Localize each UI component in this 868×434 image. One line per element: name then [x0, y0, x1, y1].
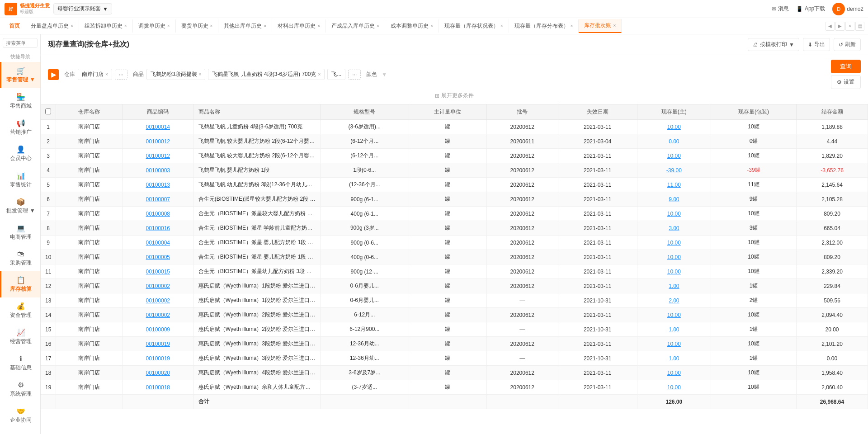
cell-qty-main[interactable]: 10.00 — [637, 250, 711, 264]
product-remove-icon-2[interactable]: × — [318, 72, 321, 77]
cell-unit: 罐 — [409, 279, 486, 293]
cell-code: 00100012 — [122, 134, 193, 149]
nav-close-btn[interactable]: × — [845, 22, 854, 31]
cell-qty-main[interactable]: 10.00 — [637, 337, 711, 351]
cell-qty-main[interactable]: 10.00 — [637, 207, 711, 221]
product-more-btn[interactable]: ··· — [348, 70, 361, 80]
select-all-checkbox[interactable] — [45, 108, 51, 114]
product-tag-1[interactable]: 飞鹤奶粉3段两提装 × — [146, 69, 206, 80]
search-input[interactable] — [3, 38, 38, 48]
th-code: 商品编码 — [122, 104, 193, 120]
sidebar-item-system[interactable]: ⚙ 系统管理 — [0, 376, 40, 402]
close-icon[interactable]: × — [430, 24, 433, 28]
close-icon[interactable]: × — [377, 24, 379, 28]
cell-qty-main[interactable]: 10.00 — [637, 236, 711, 250]
settings-btn[interactable]: ⚙ 设置 — [831, 75, 861, 89]
cell-qty-main[interactable]: 10.00 — [637, 149, 711, 163]
cell-qty-main[interactable]: 11.00 — [637, 178, 711, 192]
close-icon[interactable]: × — [124, 24, 127, 28]
close-icon[interactable]: × — [264, 24, 266, 28]
cell-expire: 2021-10-31 — [558, 351, 637, 366]
cell-code: 00100002 — [122, 293, 193, 308]
cell-qty-main[interactable]: 9.00 — [637, 192, 711, 207]
close-icon[interactable]: × — [571, 24, 573, 28]
cell-qty-main[interactable]: 1.00 — [637, 279, 711, 293]
sidebar-item-newguide[interactable]: 🎓 新手引导 — [0, 429, 40, 434]
tab-qitachu[interactable]: 其他出库单历史 × — [218, 19, 272, 33]
sidebar-item-retail-stats[interactable]: 📊 零售统计 — [0, 167, 40, 193]
cell-qty-main[interactable]: 10.00 — [637, 308, 711, 322]
sidebar-item-mall[interactable]: 🏪 零售商城 — [0, 88, 40, 114]
sidebar-item-operations[interactable]: 📈 经营管理 — [0, 324, 40, 350]
cell-qty-main[interactable]: -39.00 — [637, 163, 711, 178]
close-icon[interactable]: × — [71, 24, 73, 28]
user-avatar-area[interactable]: D demo2 — [832, 3, 863, 15]
th-checkbox[interactable] — [41, 104, 56, 120]
cell-qty-main[interactable]: 10.00 — [637, 366, 711, 380]
table-container: 仓库名称 商品编码 商品名称 规格型号 主计量单位 批号 失效日期 现存量(主)… — [41, 104, 868, 434]
tab-home[interactable]: 首页 — [4, 19, 25, 33]
expand-more-btn[interactable]: ⊞ 展开更多条件 — [48, 92, 861, 99]
cell-qty-pkg: 10罐 — [711, 236, 797, 250]
sidebar-item-finance[interactable]: 💰 资金管理 — [0, 297, 40, 324]
sidebar-item-collab[interactable]: 🤝 企业协同 — [0, 402, 40, 429]
search-btn[interactable]: 查询 — [831, 60, 861, 73]
quick-nav-label[interactable]: 快捷导航 — [0, 52, 40, 62]
cell-qty-main[interactable]: 0.00 — [637, 134, 711, 149]
tab-chancheng[interactable]: 产成品入库单历史 × — [326, 19, 385, 33]
product-tag-2[interactable]: 飞鹤星飞帆 儿童奶粉 4段(3-6岁适用) 700克 × — [208, 69, 325, 80]
tab-fenliang[interactable]: 分量盘点单历史 × — [25, 19, 79, 33]
cell-qty-main[interactable]: 10.00 — [637, 264, 711, 279]
tab-chengben[interactable]: 成本调整单历史 × — [385, 19, 439, 33]
close-icon[interactable]: × — [317, 24, 320, 28]
nav-right-arrow[interactable]: ▶ — [835, 22, 844, 31]
cell-qty-main[interactable]: 10.00 — [637, 380, 711, 395]
close-icon[interactable]: × — [613, 23, 616, 28]
filter-area: ▶ 仓库 南岸门店 × ··· 商品 飞鹤奶粉3段两提装 × — [41, 55, 868, 104]
tab-kucun-pici[interactable]: 库存批次账 × — [579, 19, 622, 33]
product-tag-more[interactable]: 飞... — [327, 69, 345, 80]
cell-amount: 2,101.20 — [797, 337, 868, 351]
warehouse-tag[interactable]: 南岸门店 × — [78, 69, 112, 80]
sidebar-item-ecommerce[interactable]: 💻 电商管理 — [0, 219, 40, 245]
cell-qty-main[interactable]: 2.00 — [637, 293, 711, 308]
tab-xiancunl-dist[interactable]: 现存量（库存分布表） × — [509, 19, 579, 33]
operations-icon: 📈 — [5, 328, 37, 337]
tab-yaohuo[interactable]: 要货单历史 × — [176, 19, 219, 33]
sidebar-item-basics[interactable]: ℹ 基础信息 — [0, 350, 40, 376]
nav-menu-btn[interactable]: ▤ — [855, 22, 864, 31]
product-remove-icon-1[interactable]: × — [199, 72, 202, 77]
refresh-btn[interactable]: ↺ 刷新 — [834, 38, 861, 51]
app-download-btn[interactable]: 📱 App下载 — [796, 5, 825, 13]
tab-cailiaochu[interactable]: 材料出库单历史 × — [272, 19, 326, 33]
sidebar-item-inventory[interactable]: 📋 库存核算 — [0, 271, 40, 297]
company-selector[interactable]: 母婴行业演示账套 ▼ — [53, 3, 112, 14]
cell-qty-pkg: 10罐 — [711, 264, 797, 279]
cell-code: 00100002 — [122, 308, 193, 322]
close-icon[interactable]: × — [210, 24, 213, 28]
warehouse-remove-icon[interactable]: × — [105, 72, 108, 77]
close-icon[interactable]: × — [167, 24, 170, 28]
message-btn[interactable]: ✉ 消息 — [772, 5, 789, 13]
cell-qty-main[interactable]: 10.00 — [637, 120, 711, 134]
sidebar-item-member[interactable]: 👤 会员中心 — [0, 141, 40, 167]
expand-toggle-btn[interactable]: ▶ — [48, 69, 59, 80]
cell-num: 15 — [41, 322, 56, 337]
color-expand-icon[interactable]: ▼ — [382, 71, 387, 78]
template-print-btn[interactable]: 🖨 按模板打印 ▼ — [748, 38, 799, 51]
sidebar-item-purchase[interactable]: 🛍 采购管理 — [0, 245, 40, 271]
tab-xiancunl-status[interactable]: 现存量（库存状况表） × — [439, 19, 509, 33]
cell-qty-main[interactable]: 1.00 — [637, 351, 711, 366]
cell-qty-main[interactable]: 3.00 — [637, 221, 711, 236]
nav-left-arrow[interactable]: ◀ — [826, 22, 835, 31]
sidebar-item-marketing[interactable]: 📢 营销推广 — [0, 114, 40, 141]
phone-icon: 📱 — [796, 6, 803, 12]
warehouse-more-btn[interactable]: ··· — [115, 70, 127, 80]
sidebar-item-retail[interactable]: 🛒 零售管理 ▼ — [0, 62, 40, 88]
tab-diaob[interactable]: 调拨单历史 × — [133, 19, 176, 33]
tab-zuzhuang[interactable]: 组装拆卸单历史 × — [79, 19, 133, 33]
sidebar-item-wholesale[interactable]: 📦 批发管理 ▼ — [0, 193, 40, 219]
close-icon[interactable]: × — [500, 24, 503, 28]
cell-qty-main[interactable]: 1.00 — [637, 322, 711, 337]
export-btn[interactable]: ⬇ 导出 — [803, 38, 830, 51]
